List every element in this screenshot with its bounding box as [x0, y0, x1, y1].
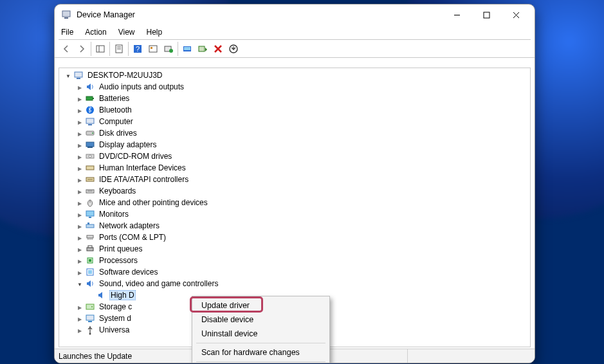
system-icon [85, 313, 95, 323]
menu-view[interactable]: View [117, 26, 136, 38]
svg-rect-23 [86, 96, 93, 100]
tree-item-mice[interactable]: Mice and other pointing devices [59, 197, 530, 208]
svg-point-56 [89, 333, 91, 335]
tree-item-monitors[interactable]: Monitors [59, 208, 530, 220]
svg-rect-26 [86, 118, 94, 123]
svg-rect-46 [87, 248, 93, 251]
svg-rect-30 [86, 142, 94, 147]
svg-rect-54 [86, 315, 94, 320]
tree-item-processors[interactable]: Processors [59, 255, 530, 266]
svg-point-53 [91, 306, 93, 307]
context-menu: Update driver Disable device Uninstall d… [192, 296, 330, 363]
status-text: Launches the Update [59, 352, 132, 361]
tree-item-dvd[interactable]: DVD/CD-ROM drives [59, 150, 530, 162]
menu-help[interactable]: Help [145, 26, 164, 38]
properties-button[interactable] [111, 41, 127, 57]
menu-item-scan-hardware[interactable]: Scan for hardware changes [194, 345, 328, 359]
app-icon [61, 10, 71, 20]
install-legacy-button[interactable] [195, 41, 210, 57]
menu-action[interactable]: Action [84, 26, 107, 38]
port-icon [85, 232, 95, 242]
forward-button[interactable] [74, 41, 89, 57]
tree-item-sound[interactable]: Sound, video and game controllers [59, 278, 530, 289]
svg-rect-51 [88, 270, 92, 274]
svg-rect-31 [87, 147, 93, 148]
svg-rect-43 [86, 224, 94, 228]
svg-rect-22 [77, 78, 80, 79]
network-icon [85, 221, 95, 231]
menu-item-update-driver[interactable]: Update driver [194, 298, 328, 313]
svg-rect-34 [86, 166, 94, 170]
svg-point-16 [169, 49, 173, 53]
help-button[interactable]: ? [130, 41, 145, 57]
ide-icon [85, 174, 95, 185]
tree-item-keyboards[interactable]: Keyboards [59, 185, 530, 197]
speaker-icon [96, 290, 107, 300]
tree-item-computer[interactable]: Computer [59, 116, 530, 127]
bluetooth-icon [85, 105, 95, 115]
svg-rect-19 [199, 46, 205, 51]
svg-point-33 [89, 155, 91, 158]
usb-icon [85, 325, 95, 335]
tree-root[interactable]: DESKTOP-M2UUJ3D [59, 69, 530, 81]
svg-text:?: ? [136, 45, 140, 53]
manage-button[interactable] [145, 41, 161, 57]
tree-item-hid[interactable]: Human Interface Devices [59, 162, 530, 174]
menu-file[interactable]: File [60, 26, 75, 38]
dvd-icon [85, 151, 95, 161]
svg-rect-3 [484, 12, 490, 18]
gpu-icon [85, 140, 95, 150]
maximize-button[interactable] [471, 5, 501, 25]
window-title: Device Manager [77, 10, 135, 19]
keyboard-icon [85, 186, 95, 196]
update-driver-button[interactable] [179, 41, 195, 57]
svg-rect-44 [87, 223, 89, 224]
tree-item-print[interactable]: Print queues [59, 243, 530, 255]
tree-item-audio[interactable]: Audio inputs and outputs [59, 81, 530, 93]
tree-item-ide[interactable]: IDE ATA/ATAPI controllers [59, 174, 530, 185]
tree-item-software[interactable]: Software devices [59, 266, 530, 278]
svg-rect-27 [88, 124, 92, 125]
show-hide-tree-button[interactable] [93, 41, 108, 57]
minimize-button[interactable] [442, 5, 471, 25]
svg-point-29 [92, 132, 93, 134]
tree-item-batteries[interactable]: Batteries [59, 93, 530, 104]
battery-icon [85, 93, 95, 104]
mouse-icon [85, 197, 95, 208]
hid-icon [85, 163, 95, 173]
svg-rect-55 [88, 321, 92, 322]
svg-rect-21 [75, 72, 82, 77]
tree-item-bluetooth[interactable]: Bluetooth [59, 104, 530, 116]
tree-item-ports[interactable]: Ports (COM & LPT) [59, 232, 530, 243]
disable-button[interactable] [210, 41, 226, 57]
scan-hardware-button[interactable] [161, 41, 176, 57]
computer-icon [73, 70, 84, 80]
svg-rect-13 [149, 46, 157, 52]
tree-item-disk[interactable]: Disk drives [59, 127, 530, 139]
svg-rect-0 [62, 11, 70, 17]
svg-rect-1 [64, 17, 68, 19]
speaker-icon [85, 278, 95, 289]
menubar: File Action View Help [55, 25, 535, 39]
back-button[interactable] [59, 41, 74, 57]
svg-rect-47 [88, 246, 92, 248]
tree-item-display[interactable]: Display adapters [59, 139, 530, 150]
titlebar[interactable]: Device Manager [55, 5, 535, 25]
software-icon [85, 267, 95, 277]
uninstall-button[interactable] [226, 41, 241, 57]
menu-item-disable-device[interactable]: Disable device [194, 313, 328, 327]
svg-rect-42 [89, 217, 91, 218]
close-button[interactable] [501, 5, 531, 25]
svg-rect-6 [96, 46, 104, 52]
monitor-icon [85, 209, 95, 219]
svg-rect-52 [86, 304, 94, 309]
speaker-icon [85, 82, 95, 92]
pc-icon [85, 116, 95, 127]
storage-icon [85, 302, 95, 312]
tree-item-network[interactable]: Network adapters [59, 220, 530, 232]
svg-rect-14 [151, 47, 152, 49]
svg-rect-49 [89, 259, 91, 262]
svg-rect-41 [86, 211, 94, 216]
svg-rect-24 [93, 98, 94, 99]
menu-item-uninstall-device[interactable]: Uninstall device [194, 327, 328, 341]
